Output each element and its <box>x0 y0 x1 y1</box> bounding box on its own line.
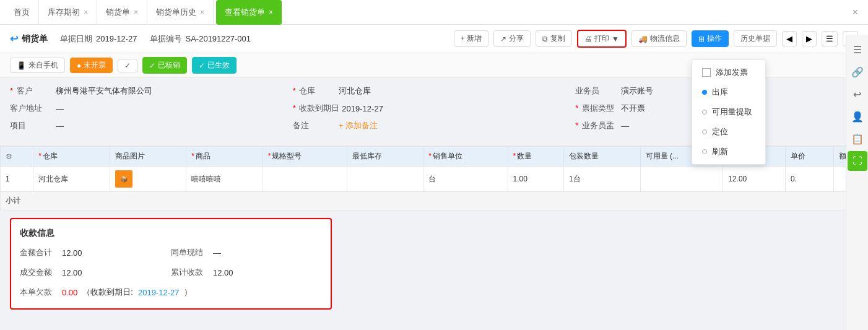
col-pack-qty: 包装数量 <box>564 147 641 167</box>
tab-view-sales[interactable]: 查看销货单 × <box>216 0 282 25</box>
dropdown-add-invoice[interactable]: 添加发票 <box>692 63 765 82</box>
add-note-button[interactable]: + 添加备注 <box>339 120 378 131</box>
copy-button[interactable]: ⧉ 复制 <box>536 30 572 47</box>
col-spec: *规格型号 <box>263 147 347 167</box>
grid-icon: ⊞ <box>698 35 705 43</box>
history-button[interactable]: 历史单据 <box>734 30 777 47</box>
row-available <box>640 167 723 192</box>
confirm-button[interactable]: ✓ <box>118 59 137 72</box>
phone-icon: 📱 <box>17 61 26 70</box>
same-order-item: 同单现结 — <box>171 245 322 260</box>
balance-item: 本单欠款 0.00 （收款到期日: 2019-12-27 ） <box>20 285 322 300</box>
col-sales-unit: *销售单位 <box>423 147 508 167</box>
close-sales-order-tab[interactable]: × <box>134 8 138 17</box>
logistics-button[interactable]: 🚚 物流信息 <box>631 30 687 47</box>
operations-dropdown: 添加发票 出库 可用量提取 定位 刷新 <box>692 59 766 165</box>
row-product-img: 📦 <box>110 167 186 192</box>
share-button[interactable]: ↗ 分享 <box>493 30 531 47</box>
tab-inventory-init[interactable]: 库存期初 × <box>39 0 97 25</box>
col-warehouse: *仓库 <box>33 147 110 167</box>
already-effective-button[interactable]: ✓ 已生效 <box>192 57 237 74</box>
sidebar-icon-6[interactable]: ⛶ <box>848 151 867 171</box>
unsaved-button[interactable]: ● 未开票 <box>70 58 113 73</box>
doc-header: ↩ 销货单 单据日期 2019-12-27 单据编号 SA-20191227-0… <box>0 25 868 53</box>
note-field: 备注 + 添加备注 <box>293 120 576 131</box>
row-quantity: 1.00 <box>508 167 564 192</box>
print-icon: 🖨 <box>584 35 592 43</box>
close-all-tabs[interactable]: × <box>848 7 863 18</box>
payment-grid: 金额合计 12.00 同单现结 — 成交金额 12.00 累计收款 12.00 … <box>20 245 322 300</box>
dropdown-locate[interactable]: 定位 <box>692 122 765 142</box>
circle-icon: ● <box>77 61 81 70</box>
col-settings: ⚙ <box>1 147 33 167</box>
new-button[interactable]: + 新增 <box>454 30 488 47</box>
doc-meta: 单据日期 2019-12-27 单据编号 SA-20191227-001 <box>60 33 251 45</box>
address-field: 客户地址 — <box>10 103 293 114</box>
settings-icon[interactable]: ⚙ <box>6 152 12 161</box>
from-phone-button[interactable]: 📱 来自手机 <box>10 58 65 73</box>
close-view-sales-tab[interactable]: × <box>269 8 273 17</box>
row-min-stock <box>347 167 423 192</box>
col-min-stock: 最低库存 <box>347 147 423 167</box>
col-quantity: *数量 <box>508 147 564 167</box>
cumulative-item: 累计收款 12.00 <box>171 265 322 280</box>
print-dropdown-arrow: ▼ <box>612 35 619 43</box>
product-thumbnail: 📦 <box>115 170 132 188</box>
dropdown-outbound[interactable]: 出库 <box>692 82 765 102</box>
doc-actions: + 新增 ↗ 分享 ⧉ 复制 🖨 打印 ▼ 🚚 物流信息 ⊞ <box>454 30 858 48</box>
payment-section: 收款信息 金额合计 12.00 同单现结 — 成交金额 12.00 累计收款 1… <box>10 218 332 310</box>
copy-icon: ⧉ <box>542 35 548 43</box>
subtotal-label: 小计 <box>1 192 868 211</box>
tab-sales-order[interactable]: 销货单 × <box>97 0 147 25</box>
blue-dot-icon <box>702 90 707 95</box>
due-date-field: * 收款到期日 2019-12-27 <box>293 103 576 114</box>
print-button-wrapper: 🖨 打印 ▼ <box>577 30 627 48</box>
subtotal-row: 小计 <box>1 192 868 211</box>
row-sales-unit: 台 <box>423 167 508 192</box>
close-inventory-init-tab[interactable]: × <box>84 8 88 17</box>
row-spec <box>263 167 347 192</box>
doc-number-field: 单据编号 SA-20191227-001 <box>150 33 251 45</box>
share-icon: ↗ <box>500 35 506 43</box>
check-green-icon: ✓ <box>149 61 155 70</box>
operations-button[interactable]: ⊞ 操作 <box>692 30 729 47</box>
project-field: 项目 — <box>10 120 293 131</box>
tab-sales-history[interactable]: 销货单历史 × <box>147 0 214 25</box>
doc-title: ↩ 销货单 <box>10 33 48 45</box>
circle-dot-icon-3 <box>702 149 707 154</box>
sidebar-icon-4[interactable]: 👤 <box>848 106 867 126</box>
col-product-img: 商品图片 <box>110 147 186 167</box>
row-current-stock: 12.00 <box>723 167 786 192</box>
checkbox-icon <box>702 68 711 77</box>
col-product: *商品 <box>186 147 263 167</box>
row-pack-qty: 1台 <box>564 167 641 192</box>
payment-title: 收款信息 <box>20 228 322 239</box>
dropdown-available-qty[interactable]: 可用量提取 <box>692 102 765 122</box>
sidebar-icon-5[interactable]: 📋 <box>848 129 867 149</box>
doc-icon: ↩ <box>10 33 18 45</box>
sidebar-icon-3[interactable]: ↩ <box>848 84 867 104</box>
close-sales-history-tab[interactable]: × <box>200 8 204 17</box>
print-button[interactable]: 🖨 打印 ▼ <box>577 30 627 48</box>
tab-home[interactable]: 首页 <box>5 0 39 25</box>
total-amount-item: 金额合计 12.00 <box>20 245 171 260</box>
col-unit-price: 单价 <box>785 147 833 167</box>
next-button[interactable]: ▶ <box>802 31 817 46</box>
doc-date-field: 单据日期 2019-12-27 <box>60 33 137 45</box>
list-view-button[interactable]: ☰ <box>822 31 838 46</box>
sidebar-icon-2[interactable]: 🔗 <box>848 62 867 82</box>
check-cyan-icon: ✓ <box>199 61 205 70</box>
row-warehouse: 河北仓库 <box>33 167 110 192</box>
row-product: 嘻嘻嘻嘻 <box>186 167 263 192</box>
row-no: 1 <box>1 167 33 192</box>
prev-button[interactable]: ◀ <box>782 31 797 46</box>
already-cancelled-button[interactable]: ✓ 已核销 <box>142 57 187 74</box>
dropdown-refresh[interactable]: 刷新 <box>692 142 765 162</box>
deal-amount-item: 成交金额 12.00 <box>20 265 171 280</box>
truck-icon: 🚚 <box>638 35 648 43</box>
warehouse-field: * 仓库 河北仓库 <box>293 85 576 97</box>
row-unit-price: 0. <box>785 167 833 192</box>
circle-dot-icon-2 <box>702 129 707 134</box>
sidebar-icon-1[interactable]: ☰ <box>848 40 867 59</box>
right-sidebar: ☰ 🔗 ↩ 👤 📋 ⛶ <box>846 35 868 330</box>
